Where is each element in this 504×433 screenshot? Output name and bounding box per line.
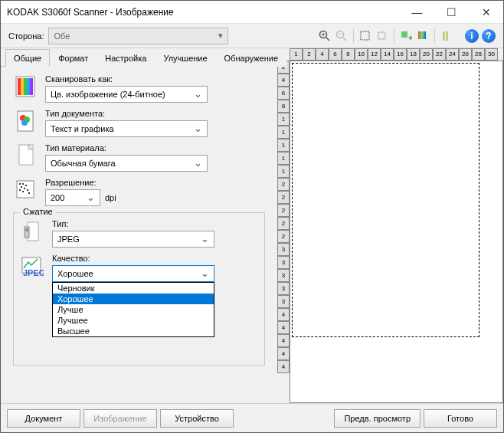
compression-title: Сжатие [20, 207, 56, 216]
svg-rect-31 [19, 189, 21, 191]
svg-rect-30 [24, 188, 25, 189]
crop-icon[interactable] [375, 28, 390, 44]
quality-select[interactable]: Хорошее [52, 265, 214, 282]
titlebar: KODAK S3060f Scanner - Изображение — ☐ ✕ [1, 1, 503, 24]
compression-type-icon [20, 219, 44, 244]
device-button[interactable]: Устройство [160, 409, 234, 428]
color-mode-icon [13, 74, 38, 99]
quality-option[interactable]: Лучше [53, 304, 214, 315]
tab-general[interactable]: Общие [5, 49, 50, 67]
material-icon [13, 143, 38, 168]
help-icon[interactable]: ? [482, 29, 496, 43]
add-region-icon[interactable]: + [398, 28, 414, 44]
jpeg-quality-icon: JPEG [20, 254, 44, 278]
zoom-in-icon[interactable] [317, 28, 332, 44]
svg-line-5 [343, 38, 346, 41]
tab-bar: Общие Формат Настройка Улучшение Обнаруж… [1, 48, 277, 67]
svg-rect-9 [401, 31, 407, 38]
window-title: KODAK S3060f Scanner - Изображение [7, 7, 400, 18]
preview-button[interactable]: Предв. просмотр [334, 409, 421, 428]
resolution-select[interactable]: 200 [45, 189, 100, 206]
svg-text:JPEG: JPEG [23, 268, 44, 277]
side-select[interactable]: Обе [48, 28, 228, 44]
svg-rect-28 [25, 185, 27, 186]
svg-rect-32 [27, 189, 28, 191]
info-icon[interactable]: i [465, 29, 479, 43]
doc-type-select[interactable]: Текст и графика [45, 120, 208, 137]
color-tool-icon[interactable] [415, 28, 430, 44]
svg-rect-33 [22, 191, 24, 192]
dpi-label: dpi [105, 193, 116, 202]
ruler-vertical: 246811111222223333344444 [277, 61, 290, 403]
resolution-label: Разрешение: [45, 178, 265, 187]
comp-type-label: Тип: [52, 219, 258, 228]
resolution-icon [13, 178, 38, 202]
tab-format[interactable]: Формат [50, 49, 97, 67]
svg-point-23 [21, 120, 28, 126]
document-type-icon [13, 109, 38, 133]
comp-type-select[interactable]: JPEG [52, 231, 214, 248]
svg-rect-16 [21, 78, 24, 95]
svg-rect-15 [18, 78, 21, 95]
compression-group: Сжатие Тип: JPEG JPEG Качество: Хорошее [13, 212, 265, 366]
quality-dropdown: Черновик Хорошее Лучше Лучшее Высшее [52, 282, 214, 337]
top-toolbar: Сторона: Обе + i ? [1, 24, 503, 48]
scan-as-select[interactable]: Цв. изображение (24-битное) [45, 86, 208, 103]
settings-tool-icon[interactable] [439, 28, 454, 44]
ruler-horizontal: 124681012141618202224262830 [290, 48, 503, 61]
quality-option[interactable]: Черновик [53, 283, 214, 294]
svg-rect-13 [446, 31, 448, 41]
tab-enhance[interactable]: Улучшение [155, 49, 215, 67]
footer-bar: Документ Изображение Устройство Предв. п… [1, 403, 503, 432]
svg-rect-12 [443, 31, 445, 41]
svg-rect-11 [418, 31, 426, 39]
quality-option[interactable]: Хорошее [53, 294, 214, 304]
quality-label: Качество: [52, 254, 258, 263]
svg-rect-29 [21, 186, 22, 188]
doc-type-label: Тип документа: [45, 109, 265, 118]
svg-text:+: + [408, 33, 412, 42]
minimize-button[interactable]: — [400, 1, 434, 23]
document-button[interactable]: Документ [7, 409, 80, 428]
selection-icon[interactable] [358, 28, 373, 44]
done-button[interactable]: Готово [424, 409, 497, 428]
zoom-out-icon[interactable] [334, 28, 349, 44]
svg-rect-19 [30, 78, 33, 95]
maximize-button[interactable]: ☐ [434, 1, 469, 23]
svg-rect-26 [19, 183, 21, 185]
tab-detect[interactable]: Обнаружение [216, 49, 286, 67]
svg-rect-34 [28, 192, 30, 194]
quality-option[interactable]: Высшее [53, 326, 214, 336]
svg-rect-27 [22, 183, 24, 185]
quality-option[interactable]: Лучшее [53, 315, 214, 326]
material-select[interactable]: Обычная бумага [45, 155, 208, 172]
image-button: Изображение [83, 409, 157, 428]
svg-rect-8 [378, 32, 385, 39]
tab-adjust[interactable]: Настройка [97, 49, 155, 67]
scan-as-label: Сканировать как: [45, 74, 265, 84]
close-button[interactable]: ✕ [469, 1, 503, 23]
svg-rect-7 [361, 31, 369, 40]
side-label: Сторона: [8, 31, 44, 41]
selection-marquee[interactable] [292, 63, 479, 337]
svg-rect-18 [27, 78, 30, 95]
svg-rect-17 [24, 78, 27, 95]
preview-area[interactable] [290, 61, 503, 403]
material-label: Тип материала: [45, 143, 265, 153]
svg-point-37 [25, 228, 28, 231]
svg-line-1 [326, 38, 329, 41]
